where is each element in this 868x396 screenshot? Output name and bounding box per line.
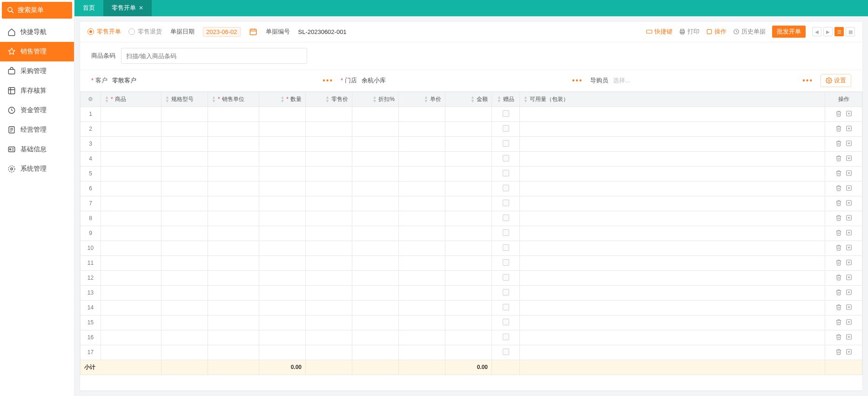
cell-spec[interactable]: [161, 196, 208, 211]
cell-spec[interactable]: [161, 151, 208, 166]
cell-retail[interactable]: [306, 196, 352, 211]
cell-gift[interactable]: [492, 315, 520, 330]
cell-unit[interactable]: [208, 226, 259, 241]
cell-discount[interactable]: [352, 136, 399, 151]
cell-unit[interactable]: [208, 270, 259, 285]
sidebar-item-2[interactable]: 采购管理: [0, 61, 74, 81]
cell-spec[interactable]: [161, 226, 208, 241]
cell-available[interactable]: [520, 121, 825, 136]
search-menu-button[interactable]: 搜索菜单: [2, 2, 72, 19]
cell-discount[interactable]: [352, 121, 399, 136]
cell-gift[interactable]: [492, 166, 520, 181]
cell-amount[interactable]: [445, 300, 492, 315]
cell-available[interactable]: [520, 151, 825, 166]
add-row-icon[interactable]: [846, 229, 852, 236]
cell-qty[interactable]: [259, 166, 306, 181]
cell-price[interactable]: [399, 211, 445, 226]
shortcut-link[interactable]: 快捷键: [646, 27, 673, 36]
cell-gift[interactable]: [492, 226, 520, 241]
cell-qty[interactable]: [259, 181, 306, 196]
cell-unit[interactable]: [208, 211, 259, 226]
col-unit[interactable]: ▲▼*销售单位: [208, 92, 259, 107]
delete-row-icon[interactable]: [835, 155, 842, 161]
cell-qty[interactable]: [259, 241, 306, 255]
view-grid-icon[interactable]: ▦: [846, 27, 855, 36]
cell-discount[interactable]: [352, 255, 399, 270]
delete-row-icon[interactable]: [835, 125, 842, 132]
radio-retail-return[interactable]: 零售退货: [128, 27, 162, 36]
cell-discount[interactable]: [352, 330, 399, 345]
col-gear[interactable]: ⚙: [81, 92, 101, 107]
cell-spec[interactable]: [161, 241, 208, 255]
cell-unit[interactable]: [208, 285, 259, 300]
cell-retail[interactable]: [306, 241, 352, 255]
cell-price[interactable]: [399, 136, 445, 151]
cell-qty[interactable]: [259, 270, 306, 285]
cell-price[interactable]: [399, 345, 445, 360]
col-gift[interactable]: ▲▼赠品: [492, 92, 520, 107]
checkbox-icon[interactable]: [503, 155, 509, 161]
cell-product[interactable]: [101, 226, 161, 241]
cell-unit[interactable]: [208, 330, 259, 345]
tab-home[interactable]: 首页: [74, 0, 103, 16]
cell-spec[interactable]: [161, 315, 208, 330]
cell-retail[interactable]: [306, 270, 352, 285]
guide-field[interactable]: 导购员 选择... •••: [590, 76, 813, 85]
cell-gift[interactable]: [492, 121, 520, 136]
cell-retail[interactable]: [306, 211, 352, 226]
cell-discount[interactable]: [352, 315, 399, 330]
add-row-icon[interactable]: [846, 259, 852, 266]
cell-qty[interactable]: [259, 107, 306, 121]
add-row-icon[interactable]: [846, 319, 852, 325]
cell-available[interactable]: [520, 255, 825, 270]
delete-row-icon[interactable]: [835, 244, 842, 251]
cell-discount[interactable]: [352, 270, 399, 285]
add-row-icon[interactable]: [846, 125, 852, 132]
delete-row-icon[interactable]: [835, 200, 842, 206]
cell-amount[interactable]: [445, 285, 492, 300]
cell-discount[interactable]: [352, 166, 399, 181]
cell-discount[interactable]: [352, 196, 399, 211]
cell-discount[interactable]: [352, 285, 399, 300]
barcode-input[interactable]: [121, 48, 307, 64]
cell-amount[interactable]: [445, 270, 492, 285]
cell-available[interactable]: [520, 315, 825, 330]
cell-amount[interactable]: [445, 151, 492, 166]
add-row-icon[interactable]: [846, 304, 852, 310]
cell-retail[interactable]: [306, 181, 352, 196]
print-link[interactable]: 打印: [679, 27, 700, 36]
cell-product[interactable]: [101, 107, 161, 121]
cell-gift[interactable]: [492, 196, 520, 211]
cell-retail[interactable]: [306, 255, 352, 270]
cell-available[interactable]: [520, 211, 825, 226]
cell-amount[interactable]: [445, 166, 492, 181]
cell-qty[interactable]: [259, 345, 306, 360]
add-row-icon[interactable]: [846, 274, 852, 281]
cell-qty[interactable]: [259, 226, 306, 241]
cell-product[interactable]: [101, 330, 161, 345]
cell-qty[interactable]: [259, 121, 306, 136]
delete-row-icon[interactable]: [835, 140, 842, 147]
table-row[interactable]: 13: [81, 285, 862, 300]
cell-discount[interactable]: [352, 181, 399, 196]
table-row[interactable]: 10: [81, 241, 862, 255]
checkbox-icon[interactable]: [503, 349, 509, 355]
cell-price[interactable]: [399, 166, 445, 181]
cell-gift[interactable]: [492, 136, 520, 151]
cell-retail[interactable]: [306, 315, 352, 330]
cell-unit[interactable]: [208, 241, 259, 255]
col-retail[interactable]: ▲▼零售价: [306, 92, 352, 107]
cell-product[interactable]: [101, 300, 161, 315]
col-amount[interactable]: ▲▼金额: [445, 92, 492, 107]
table-row[interactable]: 7: [81, 196, 862, 211]
table-row[interactable]: 9: [81, 226, 862, 241]
cell-unit[interactable]: [208, 136, 259, 151]
checkbox-icon[interactable]: [503, 334, 509, 340]
table-row[interactable]: 4: [81, 151, 862, 166]
cell-retail[interactable]: [306, 151, 352, 166]
cell-amount[interactable]: [445, 330, 492, 345]
cell-qty[interactable]: [259, 285, 306, 300]
table-row[interactable]: 2: [81, 121, 862, 136]
add-row-icon[interactable]: [846, 110, 852, 117]
cell-gift[interactable]: [492, 285, 520, 300]
